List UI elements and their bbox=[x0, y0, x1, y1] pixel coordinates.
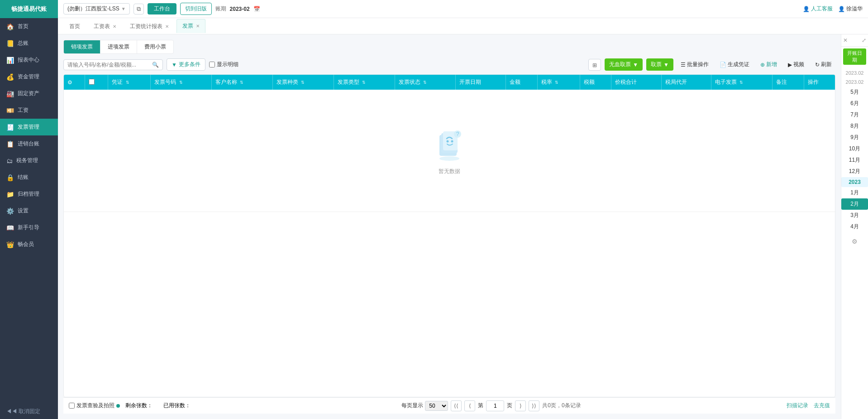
video-button[interactable]: ▶ 视频 bbox=[784, 59, 808, 70]
date-item-3[interactable]: 3月 bbox=[841, 210, 868, 221]
unpin-button[interactable]: ◀◀ 取消固定 bbox=[0, 404, 58, 419]
sub-tab-sales-invoice[interactable]: 销项发票 bbox=[64, 40, 100, 53]
gen-voucher-button[interactable]: 📄 生成凭证 bbox=[716, 59, 753, 70]
tab-salary-close[interactable]: ✕ bbox=[113, 24, 116, 29]
open-period-button[interactable]: 开账日期 bbox=[843, 48, 866, 65]
col-invoice-type[interactable]: 发票种类 ⇅ bbox=[272, 75, 334, 90]
panel-expand-icon[interactable]: ⤢ bbox=[862, 37, 866, 43]
empty-row: ? 暂无数据 bbox=[64, 90, 835, 212]
tab-invoice[interactable]: 发票 ✕ bbox=[176, 19, 205, 33]
sidebar-item-closing[interactable]: 🔒 结账 bbox=[0, 169, 58, 186]
recharge-link[interactable]: 去充值 bbox=[814, 402, 830, 409]
col-invoice-kind[interactable]: 发票类型 ⇅ bbox=[334, 75, 395, 90]
user-menu[interactable]: 👤 徐溢华 bbox=[838, 5, 863, 13]
tab-invoice-close[interactable]: ✕ bbox=[196, 24, 200, 29]
plus-icon: ⊕ bbox=[760, 62, 765, 68]
prev-page-button[interactable]: ⟨ bbox=[464, 400, 475, 411]
page-input[interactable] bbox=[486, 400, 504, 411]
sidebar-item-ledger[interactable]: 📒 总账 bbox=[0, 35, 58, 52]
date-item-2023-02-2[interactable]: 2023.02 bbox=[841, 77, 868, 87]
grid-settings-button[interactable]: ⊞ bbox=[588, 59, 601, 71]
date-item-5[interactable]: 5月 bbox=[841, 87, 868, 98]
right-panel-header: ✕ ⤢ bbox=[841, 34, 868, 47]
per-page-select[interactable]: 50 20 100 bbox=[425, 401, 448, 411]
date-item-4[interactable]: 4月 bbox=[841, 221, 868, 232]
period-label: 账期 bbox=[215, 5, 226, 13]
service-icon: 👤 bbox=[803, 6, 810, 12]
status-dot bbox=[116, 404, 120, 408]
select-all-checkbox[interactable] bbox=[89, 79, 95, 85]
col-customer[interactable]: 客户名称 ⇅ bbox=[212, 75, 273, 90]
sidebar-item-sales[interactable]: 📋 进销台账 bbox=[0, 135, 58, 152]
sidebar-item-archive[interactable]: 📁 归档管理 bbox=[0, 186, 58, 202]
tab-salary[interactable]: 工资表 ✕ bbox=[88, 19, 122, 33]
date-item-2-active[interactable]: 2月 bbox=[841, 198, 868, 210]
sidebar-item-settings[interactable]: ⚙️ 设置 bbox=[0, 202, 58, 219]
next-page-button[interactable]: ⟩ bbox=[515, 400, 526, 411]
calendar-icon[interactable]: 📅 bbox=[253, 6, 260, 12]
sidebar-item-finance[interactable]: 💰 资金管理 bbox=[0, 68, 58, 85]
page-suffix: 页 bbox=[507, 402, 512, 409]
panel-close-icon[interactable]: ✕ bbox=[843, 37, 848, 43]
col-voucher[interactable]: 凭证 ⇅ bbox=[108, 75, 151, 90]
sidebar-item-report[interactable]: 📊 报表中心 bbox=[0, 52, 58, 68]
search-input[interactable] bbox=[67, 62, 150, 68]
col-tax-rate[interactable]: 税率 ⇅ bbox=[537, 75, 580, 90]
sidebar-item-home[interactable]: 🏠 首页 bbox=[0, 18, 58, 35]
toolbar-row: 🔍 ▼ 更多条件 显示明细 ⊞ 无血取票 ▼ bbox=[63, 58, 835, 71]
tab-salary-report-label: 工资统计报表 bbox=[130, 23, 162, 30]
show-detail-check[interactable] bbox=[209, 62, 215, 67]
new-button[interactable]: ⊕ 新增 bbox=[757, 59, 781, 70]
sort-kind-icon: ⇅ bbox=[362, 80, 366, 85]
panel-toggle-icon[interactable]: ⚙ bbox=[841, 238, 868, 245]
show-detail-checkbox[interactable]: 显示明细 bbox=[209, 61, 238, 68]
scan-record-link[interactable]: 扫描记录 bbox=[787, 402, 808, 409]
workbench-button[interactable]: 工作台 bbox=[148, 3, 176, 14]
sidebar-item-guide[interactable]: 📖 新手引导 bbox=[0, 219, 58, 236]
date-item-8[interactable]: 8月 bbox=[841, 120, 868, 132]
last-page-button[interactable]: ⟩⟩ bbox=[529, 400, 539, 411]
filter-button[interactable]: ▼ 更多条件 bbox=[167, 58, 205, 71]
invoice-verify-checkbox[interactable] bbox=[69, 403, 75, 409]
refresh-button[interactable]: ↻ 刷新 bbox=[811, 59, 835, 70]
tab-salary-report-close[interactable]: ✕ bbox=[165, 24, 169, 29]
sidebar-item-tax[interactable]: 🗂 税务管理 bbox=[0, 152, 58, 169]
tab-home[interactable]: 首页 bbox=[63, 19, 86, 33]
tab-salary-report[interactable]: 工资统计报表 ✕ bbox=[124, 19, 175, 33]
sub-tabs: 销项发票 进项发票 费用小票 bbox=[63, 40, 174, 54]
date-item-6[interactable]: 6月 bbox=[841, 98, 868, 109]
search-box[interactable]: 🔍 bbox=[63, 59, 163, 70]
date-item-7[interactable]: 7月 bbox=[841, 109, 868, 120]
first-page-button[interactable]: ⟨⟨ bbox=[451, 400, 462, 411]
empty-state: ? 暂无数据 bbox=[64, 90, 835, 212]
sidebar-item-salary[interactable]: 💴 工资 bbox=[0, 102, 58, 119]
company-selector[interactable]: (勿删）江西股宝-LSS ▼ bbox=[63, 3, 130, 14]
col-invoice-status[interactable]: 发票状态 ⇅ bbox=[395, 75, 456, 90]
sort-tax-rate-icon: ⇅ bbox=[555, 80, 558, 85]
col-check[interactable] bbox=[85, 75, 108, 90]
date-item-10[interactable]: 10月 bbox=[841, 143, 868, 154]
col-settings[interactable]: ⚙ bbox=[64, 75, 85, 90]
switch-old-button[interactable]: 切到旧版 bbox=[180, 3, 212, 15]
sidebar-item-member[interactable]: 👑 畅会员 bbox=[0, 236, 58, 253]
sidebar-item-fixed[interactable]: 🏭 固定资产 bbox=[0, 85, 58, 102]
date-item-2023-02-1[interactable]: 2023.02 bbox=[841, 68, 868, 77]
no-ticket-button[interactable]: 无血取票 ▼ bbox=[605, 58, 643, 71]
date-item-11[interactable]: 11月 bbox=[841, 154, 868, 166]
svg-point-5 bbox=[451, 140, 453, 143]
copy-button[interactable]: ⧉ bbox=[134, 4, 144, 14]
service-button[interactable]: 👤 人工客服 bbox=[803, 5, 833, 13]
date-item-9[interactable]: 9月 bbox=[841, 132, 868, 143]
sidebar-item-invoice[interactable]: 🧾 发票管理 bbox=[0, 119, 58, 135]
sub-tab-purchase-invoice[interactable]: 进项发票 bbox=[100, 40, 137, 53]
date-item-1[interactable]: 1月 bbox=[841, 187, 868, 198]
guide-icon: 📖 bbox=[6, 224, 14, 231]
col-e-invoice[interactable]: 电子发票 ⇅ bbox=[711, 75, 773, 90]
date-item-12[interactable]: 12月 bbox=[841, 166, 868, 177]
batch-op-button[interactable]: ☰ 批量操作 bbox=[677, 59, 712, 70]
closing-icon: 🔒 bbox=[6, 174, 14, 181]
ticket-button[interactable]: 取票 ▼ bbox=[646, 58, 673, 71]
col-invoice-no[interactable]: 发票号码 ⇅ bbox=[151, 75, 212, 90]
period-value: 2023-02 bbox=[230, 6, 250, 12]
sub-tab-expense-ticket[interactable]: 费用小票 bbox=[137, 40, 173, 53]
